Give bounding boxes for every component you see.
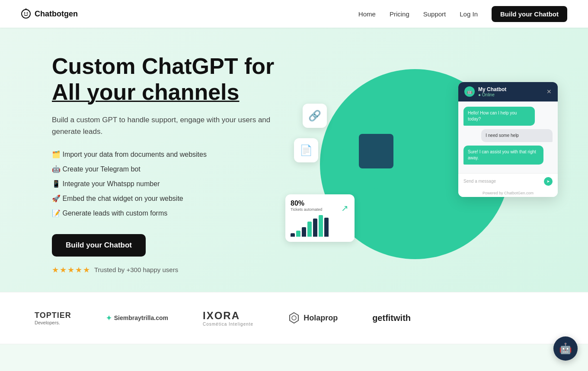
hero-title-line2: All your channels [52,79,239,105]
bar-1 [291,233,295,237]
logo-icon [21,9,31,19]
link-icon-card: 🔗 [303,104,327,128]
chart-percent: 80% [291,200,322,207]
nav-pricing[interactable]: Pricing [390,10,409,18]
logo-toptier: TOPTIER Developers. [35,311,71,325]
chat-demo-window: 🤖 My Chatbot ● Online ✕ Hello! How can I… [458,82,558,197]
chat-input-placeholder[interactable]: Send a message [463,179,496,184]
nav-login[interactable]: Log In [460,10,478,18]
feature-item: 🗂️ Import your data from documents and w… [52,149,277,160]
chat-close-icon[interactable]: ✕ [546,88,552,95]
hero-section: Custom ChatGPT for All your channels Bui… [0,28,588,292]
hero-title: Custom ChatGPT for All your channels [52,54,277,105]
hero-content: Custom ChatGPT for All your channels Bui… [52,54,277,275]
chat-widget-icon: 🤖 [559,342,572,355]
hero-illustration: 🔗 📄 🤖 My Chatbot ● Online ✕ Hello! How c… [277,69,553,259]
chart-label: Tickets automated [291,207,322,212]
hero-description: Build a custom GPT to handle support, en… [52,114,277,137]
logo-getfit: getfitwith [372,313,411,323]
nav-links: Home Pricing Support Log In Build your C… [358,6,567,22]
bar-4 [307,222,312,237]
logo-text: Chatbotgen [35,10,78,19]
navbar: Chatbotgen Home Pricing Support Log In B… [0,0,588,28]
logo[interactable]: Chatbotgen [21,9,78,19]
chat-bubble-bot-1: Hello! How can I help you today? [463,107,535,126]
svg-point-13 [292,316,296,320]
chat-powered-by: Powered by ChatbotGen.com [458,189,558,197]
svg-point-10 [374,117,378,119]
chat-send-button[interactable]: ➤ [544,177,553,186]
feature-item: 🚀 Embed the chat widget on your website [52,193,277,204]
svg-point-2 [27,13,28,14]
star-rating: ★★★★★ [52,265,91,275]
logos-section: TOPTIER Developers. ✦ Siembraytrilla.com… [0,292,588,344]
svg-marker-12 [290,313,298,323]
hero-features-list: 🗂️ Import your data from documents and w… [52,149,277,219]
chat-header: 🤖 My Chatbot ● Online ✕ [458,82,558,101]
chat-status: ● Online [478,92,506,97]
svg-rect-5 [359,134,393,168]
chat-bubble-bot-2: Sure! I can assist you with that right a… [463,146,543,165]
bar-7 [324,218,329,237]
chat-widget-button[interactable]: 🤖 [553,336,578,361]
svg-point-11 [374,188,378,192]
chat-title: My Chatbot [478,86,506,92]
chat-bubble-user-1: I need some help [481,129,553,142]
svg-point-9 [342,149,344,153]
chart-arrow: ↗ [341,203,348,213]
bar-2 [296,231,300,237]
video-section: VIDEO DEMO Learn how ChatbotGen works [0,344,588,371]
nav-cta-button[interactable]: Build your Chatbot [492,6,567,22]
nav-home[interactable]: Home [358,10,376,18]
trust-text: Trusted by +300 happy users [94,266,178,273]
hero-cta-button[interactable]: Build your Chatbot [52,234,146,257]
chat-body: Hello! How can I help you today? I need … [458,101,558,173]
logo-siembra: ✦ Siembraytrilla.com [106,314,168,322]
hero-trust: ★★★★★ Trusted by +300 happy users [52,265,277,275]
bar-5 [313,219,317,237]
pdf-icon-card: 📄 [294,138,318,162]
feature-item: 🤖 Create your Telegram bot [52,164,277,174]
chat-input-bar: Send a message ➤ [458,173,558,189]
nav-support[interactable]: Support [423,10,446,18]
feature-item: 📱 Integrate your Whatspp number [52,179,277,189]
logos-track: TOPTIER Developers. ✦ Siembraytrilla.com… [0,301,588,335]
feature-item: 📝 Generate leads with custom forms [52,208,277,219]
bar-3 [302,227,306,237]
chart-bars [291,215,349,237]
logo-holaprop: Holaprop [288,312,338,324]
svg-point-0 [22,10,30,18]
chart-card: 80% Tickets automated ↗ [285,194,355,242]
holaprop-icon [288,312,300,324]
chat-avatar: 🤖 [464,86,475,97]
svg-point-1 [24,13,26,14]
hero-title-line1: Custom ChatGPT for [52,54,274,79]
bar-6 [319,215,323,237]
logo-ixora: IXORA Cosmética Inteligente [203,310,253,327]
